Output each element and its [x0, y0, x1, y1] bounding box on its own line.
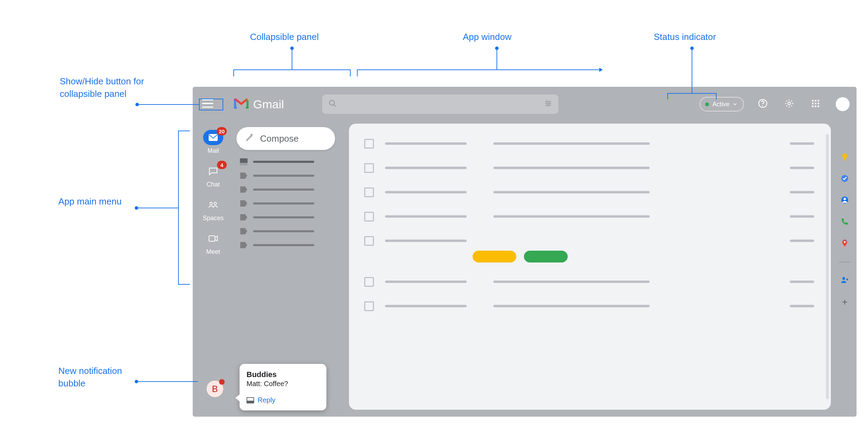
status-indicator[interactable]: Active	[700, 97, 744, 111]
sender-placeholder	[385, 191, 467, 193]
svg-point-7	[762, 105, 763, 106]
svg-point-13	[815, 102, 816, 104]
subject-placeholder	[493, 167, 650, 169]
person-add-icon	[841, 276, 849, 285]
keep-app-button[interactable]	[839, 152, 850, 163]
reply-button[interactable]: Reply	[247, 396, 319, 404]
label-icon	[240, 214, 248, 221]
reply-box-icon	[247, 397, 254, 403]
apps-grid-icon	[811, 99, 820, 110]
checkbox[interactable]	[364, 187, 374, 197]
svg-point-10	[815, 100, 816, 101]
rail-item-meet[interactable]: Meet	[199, 227, 227, 259]
compose-button[interactable]: Compose	[236, 127, 335, 150]
folder-item[interactable]	[240, 242, 343, 249]
get-addons-button[interactable]: +	[842, 297, 848, 308]
message-row[interactable]	[364, 139, 814, 149]
folder-item[interactable]	[240, 214, 343, 221]
svg-point-29	[844, 198, 846, 200]
annotation-notifbubble: New notification bubble	[58, 365, 128, 390]
annotation-collapsible: Collapsible panel	[250, 31, 319, 43]
settings-button[interactable]	[782, 97, 797, 112]
message-row[interactable]	[364, 212, 814, 222]
account-avatar[interactable]	[836, 97, 850, 111]
mail-icon: 20	[203, 130, 223, 145]
folder-placeholder	[253, 161, 314, 163]
checkbox[interactable]	[364, 212, 374, 222]
gmail-logo-icon	[234, 98, 249, 111]
svg-point-14	[818, 102, 819, 104]
help-button[interactable]	[755, 97, 770, 112]
voice-app-button[interactable]	[839, 217, 850, 228]
message-row[interactable]	[364, 301, 814, 311]
label-chip-yellow[interactable]	[473, 251, 516, 262]
tasks-icon	[841, 174, 849, 184]
search-bar[interactable]	[322, 94, 558, 114]
svg-point-12	[812, 102, 813, 104]
scrollbar[interactable]	[826, 134, 829, 399]
svg-point-9	[812, 100, 813, 101]
folder-placeholder	[253, 202, 314, 205]
app-name-label: Gmail	[253, 98, 284, 111]
folder-placeholder	[253, 175, 314, 177]
rail-item-mail[interactable]: 20 Mail	[199, 126, 227, 158]
message-list-pane	[349, 124, 831, 410]
folder-item[interactable]	[240, 186, 343, 193]
label-chip-green[interactable]	[524, 251, 568, 262]
calendar-app-button[interactable]: 31	[839, 131, 850, 142]
label-icon	[240, 228, 248, 235]
date-placeholder	[790, 191, 814, 193]
chat-notification-avatar[interactable]: B	[207, 381, 223, 397]
folder-item[interactable]	[240, 172, 343, 179]
search-icon	[328, 99, 337, 109]
date-placeholder	[790, 215, 814, 218]
svg-point-4	[549, 103, 550, 105]
chat-badge: 4	[217, 161, 227, 169]
inbox-icon	[240, 158, 248, 165]
rail-item-spaces[interactable]: Spaces	[199, 194, 227, 225]
sender-placeholder	[385, 240, 467, 242]
subject-placeholder	[493, 305, 650, 307]
svg-point-15	[812, 106, 813, 107]
maps-icon	[841, 239, 849, 249]
svg-point-5	[547, 105, 549, 106]
search-options-icon[interactable]	[544, 100, 552, 109]
message-row[interactable]	[364, 236, 814, 262]
folder-item[interactable]	[240, 200, 343, 207]
maps-app-button[interactable]	[839, 238, 850, 249]
checkbox[interactable]	[364, 163, 374, 173]
rail-label-mail: Mail	[207, 147, 219, 155]
rail-item-chat[interactable]: 4 Chat	[199, 160, 227, 192]
message-row[interactable]	[364, 163, 814, 173]
contacts-app-button[interactable]	[839, 195, 850, 206]
notification-bubble[interactable]: Buddies Matt: Coffee? Reply	[240, 364, 326, 410]
folder-placeholder	[253, 244, 314, 246]
label-icon	[240, 242, 248, 249]
message-row[interactable]	[364, 187, 814, 197]
apps-launcher-button[interactable]	[808, 97, 823, 112]
checkbox[interactable]	[364, 236, 374, 246]
subject-placeholder	[493, 142, 650, 145]
svg-point-19	[210, 202, 212, 205]
reply-label: Reply	[258, 396, 275, 404]
add-person-button[interactable]	[839, 275, 850, 286]
top-bar: Gmail Active	[193, 87, 857, 122]
status-active-dot-icon	[705, 102, 709, 106]
rail-label-chat: Chat	[207, 181, 220, 188]
divider	[839, 262, 851, 262]
checkbox[interactable]	[364, 301, 374, 311]
meet-icon	[203, 231, 223, 246]
search-input[interactable]	[342, 100, 540, 108]
message-row[interactable]	[364, 277, 814, 287]
folder-inbox[interactable]	[240, 158, 343, 165]
tasks-app-button[interactable]	[839, 174, 850, 185]
svg-point-3	[546, 101, 548, 102]
folder-placeholder	[253, 230, 314, 232]
svg-point-8	[788, 102, 790, 105]
subject-placeholder	[493, 215, 650, 218]
checkbox[interactable]	[364, 139, 374, 149]
checkbox[interactable]	[364, 277, 374, 287]
gmail-logo-area[interactable]: Gmail	[234, 98, 284, 111]
folder-item[interactable]	[240, 228, 343, 235]
annotation-showhide: Show/Hide button for collapsible panel	[60, 75, 153, 100]
